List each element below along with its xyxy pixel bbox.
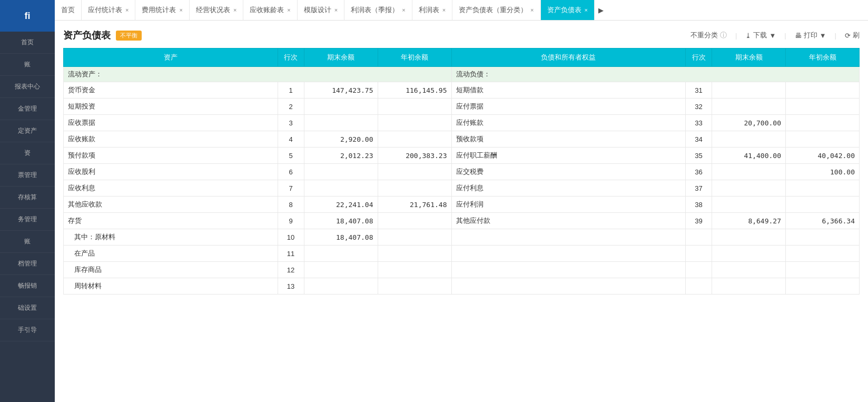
- left-year-balance: 116,145.95: [378, 82, 451, 99]
- left-row-num: 13: [278, 278, 304, 295]
- right-row-num: [686, 229, 712, 246]
- page-title-area: 资产负债表 不平衡: [63, 29, 142, 42]
- left-item-name: 存货: [64, 213, 278, 229]
- tab-balance-reclassified[interactable]: 资产负债表（重分类） ×: [452, 0, 540, 20]
- sidebar-item-settings[interactable]: 础设置: [0, 297, 55, 319]
- sidebar-item-fixed-assets[interactable]: 定资产: [0, 120, 55, 142]
- left-year-balance: [378, 180, 451, 197]
- right-category-label: 流动负债：: [451, 67, 860, 82]
- sidebar-item-archive[interactable]: 档管理: [0, 253, 55, 275]
- right-row-num: [686, 262, 712, 278]
- report-table: 资产 行次 期末余额 年初余额 负债和所有者权益 行次 期末余额 年初余额 流动…: [63, 48, 860, 295]
- tab-home[interactable]: 首页: [55, 0, 82, 20]
- left-row-num: 1: [278, 82, 304, 99]
- left-item-name: 其中：原材料: [64, 229, 278, 246]
- right-end-balance: [712, 131, 786, 148]
- right-end-balance: [712, 82, 786, 99]
- close-tab-template-design[interactable]: ×: [334, 7, 338, 13]
- close-tab-balance-reclassified[interactable]: ×: [530, 7, 534, 13]
- close-tab-profit[interactable]: ×: [442, 7, 446, 13]
- left-end-balance: [304, 115, 378, 131]
- right-item-name: [451, 262, 686, 278]
- left-end-balance: [304, 278, 378, 295]
- sidebar-item-capital[interactable]: 资: [0, 142, 55, 164]
- sidebar-item-home[interactable]: 首页: [0, 32, 55, 54]
- right-year-balance: [786, 262, 860, 278]
- print-button[interactable]: 🖶 打印 ▼: [795, 31, 826, 40]
- page-header: 资产负债表 不平衡 不重分类 ⓘ | ⤓ 下载 ▼ | 🖶 打印 ▼: [63, 29, 860, 42]
- right-row-num: 35: [686, 148, 712, 164]
- sidebar-item-guide[interactable]: 手引导: [0, 319, 55, 341]
- close-tab-expense-summary[interactable]: ×: [179, 7, 182, 13]
- right-year-balance: [786, 99, 860, 115]
- no-reclassify-button[interactable]: 不重分类 ⓘ: [691, 31, 727, 40]
- tab-profit-quarterly[interactable]: 利润表（季报） ×: [344, 0, 412, 20]
- table-category-row: 流动资产： 流动负债：: [64, 67, 860, 82]
- tab-payable-summary[interactable]: 应付统计表 ×: [82, 0, 135, 20]
- sidebar-item-ledger[interactable]: 账: [0, 231, 55, 253]
- tab-balance[interactable]: 资产负债表 ×: [541, 0, 595, 20]
- right-item-name: 其他应付款: [451, 213, 686, 229]
- left-item-name: 其他应收款: [64, 197, 278, 213]
- tab-template-design[interactable]: 模版设计 ×: [298, 0, 344, 20]
- right-year-balance: [786, 115, 860, 131]
- tab-profit[interactable]: 利润表 ×: [412, 0, 452, 20]
- left-item-name: 在产品: [64, 246, 278, 262]
- right-item-name: [451, 278, 686, 295]
- table-row: 其中：原材料 10 18,407.08: [64, 229, 860, 246]
- left-year-balance: 21,761.48: [378, 197, 451, 213]
- sidebar-item-fund[interactable]: 金管理: [0, 98, 55, 120]
- right-end-balance: [712, 262, 786, 278]
- right-row-num: 34: [686, 131, 712, 148]
- left-row-num: 7: [278, 180, 304, 197]
- table-row: 周转材料 13: [64, 278, 860, 295]
- left-end-balance: 18,407.08: [304, 213, 378, 229]
- right-item-name: [451, 229, 686, 246]
- right-end-balance: [712, 180, 786, 197]
- tab-operations[interactable]: 经营状况表 ×: [190, 0, 243, 20]
- left-item-name: 货币资金: [64, 82, 278, 99]
- sidebar: fi 首页 账 报表中心 金管理 定资产 资 票管理 存核算 务管理 账 档管理…: [0, 0, 55, 402]
- tab-receivable-aging[interactable]: 应收账龄表 ×: [243, 0, 297, 20]
- left-item-name: 应收票据: [64, 115, 278, 131]
- sidebar-item-bill-management[interactable]: 票管理: [0, 164, 55, 187]
- left-end-balance: [304, 99, 378, 115]
- tab-expense-summary[interactable]: 费用统计表 ×: [135, 0, 189, 20]
- close-tab-balance[interactable]: ×: [585, 7, 588, 13]
- left-item-name: 预付款项: [64, 148, 278, 164]
- download-button[interactable]: ⤓ 下载 ▼: [745, 31, 776, 40]
- left-row-num: 12: [278, 262, 304, 278]
- right-end-balance: [712, 229, 786, 246]
- sidebar-item-expense[interactable]: 畅报销: [0, 275, 55, 297]
- close-tab-payable-summary[interactable]: ×: [125, 7, 129, 13]
- right-end-balance: [712, 99, 786, 115]
- left-end-balance: 2,012.23: [304, 148, 378, 164]
- right-row-num: [686, 246, 712, 262]
- close-tab-operations[interactable]: ×: [233, 7, 236, 13]
- left-row-num: 4: [278, 131, 304, 148]
- sidebar-item-stock-calc[interactable]: 存核算: [0, 187, 55, 209]
- close-tab-receivable-aging[interactable]: ×: [287, 7, 290, 13]
- left-year-balance: [378, 262, 451, 278]
- right-item-name: 短期借款: [451, 82, 686, 99]
- right-year-balance: 40,042.00: [786, 148, 860, 164]
- sidebar-item-account[interactable]: 账: [0, 54, 55, 76]
- tab-bar: 首页 应付统计表 × 费用统计表 × 经营状况表 × 应收账龄表 × 模版设计 …: [55, 0, 868, 21]
- tab-scroll-right[interactable]: ▶: [595, 0, 607, 20]
- main-area: 首页 应付统计表 × 费用统计表 × 经营状况表 × 应收账龄表 × 模版设计 …: [55, 0, 868, 402]
- left-year-balance: [378, 246, 451, 262]
- dropdown-arrow-print: ▼: [820, 32, 826, 40]
- sidebar-item-report-center[interactable]: 报表中心: [0, 76, 55, 98]
- right-end-balance: 41,400.00: [712, 148, 786, 164]
- left-row-num: 3: [278, 115, 304, 131]
- right-item-name: [451, 246, 686, 262]
- right-item-name: 预收款项: [451, 131, 686, 148]
- help-icon[interactable]: ⓘ: [720, 31, 727, 40]
- th-end-balance-left: 期末余额: [304, 48, 378, 67]
- page-content: 资产负债表 不平衡 不重分类 ⓘ | ⤓ 下载 ▼ | 🖶 打印 ▼: [55, 21, 868, 402]
- close-tab-profit-quarterly[interactable]: ×: [402, 7, 405, 13]
- refresh-button[interactable]: ⟳ 刷: [845, 31, 860, 40]
- sidebar-item-business[interactable]: 务管理: [0, 209, 55, 231]
- right-item-name: 应付职工薪酬: [451, 148, 686, 164]
- left-end-balance: 2,920.00: [304, 131, 378, 148]
